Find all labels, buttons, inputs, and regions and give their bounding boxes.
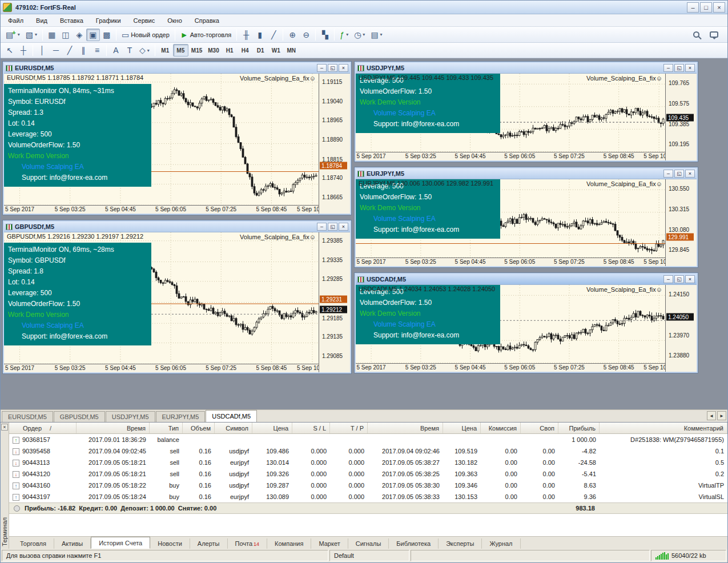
time-axis[interactable]: 5 Sep 20175 Sep 03:255 Sep 04:455 Sep 06…	[4, 205, 319, 214]
new-order-button[interactable]: ▭Новый ордер	[119, 29, 172, 41]
terminal-tab-assets[interactable]: Активы	[54, 538, 91, 549]
indicators-button[interactable]: ƒ▾	[337, 29, 351, 41]
timeframe-d1-button[interactable]: D1	[253, 44, 268, 57]
column-header-9[interactable]: Время	[368, 423, 443, 433]
chart-close-button[interactable]: ×	[685, 275, 695, 283]
candlestick-chart-button[interactable]: ▮	[253, 29, 267, 41]
chart-plot-area[interactable]: EURJPYf,M5 130.006 130.006 129.982 129.9…	[356, 179, 665, 266]
market-watch-button[interactable]: ▦	[45, 29, 59, 41]
timeframe-m15-button[interactable]: M15	[188, 44, 205, 57]
fibonacci-button[interactable]: ≡	[90, 44, 104, 57]
zoom-out-button[interactable]: ⊖	[299, 29, 313, 41]
history-row[interactable]: ↓904431202017.09.05 05:18:21sell0.16usdj…	[9, 468, 727, 480]
price-axis[interactable]: 1.241501.239701.238801.24050	[665, 285, 697, 372]
terminal-tab-experts[interactable]: Эксперты	[439, 538, 482, 549]
label-button[interactable]: T	[123, 44, 136, 57]
periods-button[interactable]: ◷▾	[351, 29, 368, 41]
menu-charts[interactable]: Графики	[90, 15, 127, 26]
chart-close-button[interactable]: ×	[685, 170, 695, 178]
cursor-button[interactable]: ↖	[3, 44, 17, 57]
chart-restore-button[interactable]: ◱	[328, 64, 337, 72]
terminal-tab-mail[interactable]: Почта14	[228, 538, 268, 549]
terminal-tab-news[interactable]: Новости	[150, 538, 190, 549]
menu-window[interactable]: Окно	[161, 15, 188, 26]
trendline-button[interactable]: ╱	[63, 44, 77, 57]
line-chart-button[interactable]: ╱	[267, 29, 280, 41]
tile-windows-button[interactable]: ▚	[318, 29, 332, 41]
column-header-14[interactable]: Комментарий	[600, 423, 727, 433]
column-header-2[interactable]: Время	[77, 423, 150, 433]
terminal-tab-alerts[interactable]: Алерты	[190, 538, 228, 549]
chart-restore-button[interactable]: ◱	[674, 170, 684, 178]
column-header-7[interactable]: S / L	[292, 423, 330, 433]
window-tab-usdcadf[interactable]: USDCADf,M5	[206, 410, 257, 422]
column-header-3[interactable]: Тип	[150, 423, 183, 433]
chart-titlebar[interactable]: EURJPYf,M5–◱×	[356, 168, 697, 179]
data-window-button[interactable]: ◫	[59, 29, 73, 41]
column-header-12[interactable]: Своп	[521, 423, 558, 433]
shapes-button[interactable]: ◇▾	[136, 44, 152, 57]
maximize-button[interactable]: □	[700, 2, 712, 13]
community-chat-icon[interactable]	[710, 31, 718, 38]
timeframe-m5-button[interactable]: M5	[173, 44, 188, 57]
history-row[interactable]: ↓903954582017.09.04 09:02:45sell0.16usdj…	[9, 445, 727, 457]
menu-help[interactable]: Справка	[188, 15, 226, 26]
chart-titlebar[interactable]: EURUSDf,M5–◱×	[4, 63, 350, 74]
crosshair-button[interactable]: ┼	[17, 44, 30, 57]
price-axis[interactable]: 1.191151.190401.189651.188901.188151.187…	[319, 74, 350, 214]
chart-plot-area[interactable]: EURUSDf,M5 1.18785 1.18792 1.18771 1.187…	[4, 74, 319, 214]
chart-plot-area[interactable]: USDJPYf,M5 109.445 109.445 109.433 109.4…	[356, 74, 665, 160]
chart-plot-area[interactable]: GBPUSDf,M5 1.29216 1.29230 1.29197 1.292…	[4, 232, 319, 372]
templates-button[interactable]: ▤▾	[368, 29, 385, 41]
chart-titlebar[interactable]: GBPUSDf,M5–◱×	[4, 222, 350, 232]
chart-minimize-button[interactable]: –	[663, 64, 673, 72]
terminal-tab-trade[interactable]: Торговля	[13, 538, 54, 549]
column-header-6[interactable]: Цена	[252, 423, 292, 433]
timeframe-h4-button[interactable]: H4	[238, 44, 253, 57]
history-row[interactable]: ↑904431602017.09.05 05:18:22buy0.16usdjp…	[9, 480, 727, 491]
chart-restore-button[interactable]: ◱	[674, 64, 684, 72]
chart-minimize-button[interactable]: –	[317, 223, 327, 231]
new-chart-button[interactable]: ▤+▾	[3, 29, 23, 41]
horizontal-line-button[interactable]: ─	[49, 44, 63, 57]
chart-minimize-button[interactable]: –	[663, 275, 673, 283]
time-axis[interactable]: 5 Sep 20175 Sep 03:255 Sep 04:455 Sep 06…	[4, 364, 319, 372]
chart-restore-button[interactable]: ◱	[328, 223, 337, 231]
search-icon[interactable]	[693, 31, 699, 38]
chart-close-button[interactable]: ×	[339, 64, 348, 72]
chart-restore-button[interactable]: ◱	[674, 275, 684, 283]
bar-chart-button[interactable]: ╫	[239, 29, 253, 41]
scroll-left-button[interactable]: ◄	[707, 411, 716, 420]
terminal-tab-signals[interactable]: Сигналы	[348, 538, 389, 549]
price-axis[interactable]: 130.550130.315130.080129.845129.991	[665, 179, 697, 266]
column-header-1[interactable]: Ордер/	[9, 423, 77, 433]
chart-minimize-button[interactable]: –	[317, 64, 327, 72]
history-row[interactable]: ↑904431972017.09.05 05:18:24buy0.16eurjp…	[9, 491, 727, 502]
chart-minimize-button[interactable]: –	[663, 170, 673, 178]
price-axis[interactable]: 1.293851.293351.292851.292351.291851.291…	[319, 232, 350, 372]
time-axis[interactable]: 5 Sep 20175 Sep 03:255 Sep 04:455 Sep 06…	[356, 258, 665, 266]
column-header-5[interactable]: Символ	[215, 423, 252, 433]
window-tab-eurjpyf[interactable]: EURJPYf,M5	[156, 411, 206, 422]
timeframe-h1-button[interactable]: H1	[222, 44, 238, 57]
terminal-close-button[interactable]: ×	[1, 424, 8, 431]
window-tab-gbpusdf[interactable]: GBPUSDf,M5	[54, 411, 105, 422]
timeframe-mn-button[interactable]: MN	[284, 44, 299, 57]
window-tab-eurusdf[interactable]: EURUSDf,M5	[2, 411, 53, 422]
column-header-11[interactable]: Комиссия	[481, 423, 521, 433]
history-row[interactable]: ↓904431132017.09.05 05:18:21sell0.16eurj…	[9, 457, 727, 468]
terminal-tab-account-history[interactable]: История Счета	[91, 537, 150, 549]
menu-view[interactable]: Вид	[30, 15, 54, 26]
terminal-tab-library[interactable]: Библиотека	[389, 538, 439, 549]
menu-insert[interactable]: Вставка	[54, 15, 90, 26]
history-row[interactable]: ↑903681572017.09.01 18:36:29balance1 000…	[9, 434, 727, 445]
timeframe-w1-button[interactable]: W1	[268, 44, 284, 57]
terminal-tab-company[interactable]: Компания	[267, 538, 311, 549]
terminal-tab-market[interactable]: Маркет	[311, 538, 348, 549]
column-header-4[interactable]: Объем	[183, 423, 215, 433]
time-axis[interactable]: 5 Sep 20175 Sep 03:255 Sep 04:455 Sep 06…	[356, 363, 665, 372]
chart-plot-area[interactable]: USDCADf,M5 1.24034 1.24053 1.24028 1.240…	[356, 285, 665, 372]
autotrading-button[interactable]: ►Авто-торговля	[178, 29, 235, 41]
time-axis[interactable]: 5 Sep 20175 Sep 03:255 Sep 04:455 Sep 06…	[356, 152, 665, 160]
close-button[interactable]: ×	[713, 2, 725, 13]
